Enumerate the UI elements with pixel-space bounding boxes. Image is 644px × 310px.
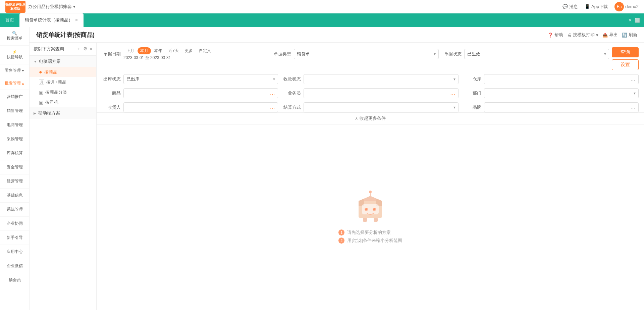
help-icon: ❓	[548, 33, 553, 38]
message-btn[interactable]: 💬 消息	[562, 4, 578, 10]
chevron-down-icon: ▾	[73, 4, 75, 9]
sidebar-item-newbie[interactable]: 新手引导	[0, 231, 29, 245]
maximize-icon[interactable]: ⬜	[635, 18, 640, 23]
date-last-month[interactable]: 上月	[123, 47, 137, 54]
svg-point-8	[373, 208, 375, 210]
scheme-item-by-goods[interactable]: ● 按商品	[30, 67, 96, 77]
sidebar-item-system[interactable]: 系统管理	[0, 203, 29, 217]
sidebar-item-wholesale[interactable]: 批发管理 ▲	[0, 77, 29, 90]
sidebar-item-enterprise[interactable]: 企业协同	[0, 217, 29, 231]
dept-input[interactable]: ▾	[484, 88, 639, 98]
export-btn[interactable]: 📤 导出	[602, 32, 618, 38]
refresh-btn[interactable]: 🔄 刷新	[622, 32, 637, 38]
scheme-item-by-month-goods[interactable]: 月 按月+商品	[30, 77, 96, 87]
filter-row-1: 单据日期 上月 本月 本年 近7天 更多 自定义	[102, 47, 639, 70]
filter-settlement: 结算方式 ▾	[282, 102, 458, 112]
chevron-down-icon: ▾	[453, 77, 455, 82]
date-more[interactable]: 更多	[182, 47, 196, 54]
doc-status-input[interactable]: 已生效 ▾	[464, 49, 609, 59]
download-icon: 📱	[585, 4, 590, 9]
tab-sales-stat[interactable]: 销货单统计表（按商品） ✕	[19, 13, 84, 27]
main-layout: 🔍 搜索菜单 ⚡ 快捷导航 零售管理 ▼ 批发管理 ▲ 营销推广 销售管理 电商…	[0, 27, 644, 310]
settlement-input[interactable]: ▾	[304, 102, 458, 112]
warehouse-label: 仓库	[463, 76, 481, 82]
collapse-panel-btn[interactable]: «	[90, 46, 92, 52]
chevron-down-icon: ▾	[453, 105, 455, 110]
sidebar-item-purchase[interactable]: 采购管理	[0, 132, 29, 146]
settings-scheme-btn[interactable]: ⚙	[83, 46, 88, 52]
page-header: 销货单统计表(按商品) ❓ 帮助 🖨 按模板打印 ▾ 📤 导出 🔄 刷新	[30, 27, 644, 43]
filter-and-result: 单据日期 上月 本月 本年 近7天 更多 自定义	[97, 43, 644, 310]
date-this-year[interactable]: 本年	[152, 47, 165, 54]
scheme-icon: ●	[39, 69, 42, 75]
chevron-down-icon: ▾	[604, 52, 606, 56]
receiver-input[interactable]: …	[123, 102, 278, 112]
brand-input[interactable]: …	[484, 102, 639, 112]
sidebar-item-quick-nav[interactable]: ⚡ 快捷导航	[0, 46, 29, 64]
query-button[interactable]: 查询	[612, 47, 639, 57]
filter-row-1-grid: 单据日期 上月 本月 本年 近7天 更多 自定义	[102, 47, 609, 61]
scheme-icon: 月	[39, 80, 44, 85]
filter-row-4: 收货人 … 结算方式 ▾	[102, 102, 639, 112]
user-profile[interactable]: Ea demo2	[614, 2, 639, 11]
date-label: 单据日期	[102, 51, 121, 57]
date-custom[interactable]: 自定义	[196, 47, 214, 54]
goods-input[interactable]: …	[123, 88, 278, 98]
scheme-group-mobile: ▶ 移动端方案	[30, 107, 96, 119]
doc-type-input[interactable]: 销货单 ▾	[294, 49, 439, 59]
warehouse-input[interactable]: …	[484, 74, 639, 84]
scheme-item-by-cashier[interactable]: ▣ 按司机	[30, 97, 96, 107]
content-wrapper: 按以下方案查询 ＋ ⚙ « ▼ 电脑端方案 ● 按商品	[30, 43, 644, 310]
sidebar-item-inventory[interactable]: 库存核算	[0, 146, 29, 160]
refresh-icon: 🔄	[622, 33, 627, 38]
settlement-label: 结算方式	[282, 104, 301, 110]
add-scheme-btn[interactable]: ＋	[76, 46, 81, 52]
page-title: 销货单统计表(按商品)	[36, 31, 95, 42]
app-download-btn[interactable]: 📱 App下载	[585, 4, 608, 10]
pay-status-input[interactable]: ▾	[304, 74, 458, 84]
sidebar-item-ecommerce[interactable]: 电商管理	[0, 118, 29, 132]
sidebar-item-operations[interactable]: 经营管理	[0, 174, 29, 189]
receiver-label: 收货人	[102, 104, 121, 110]
sidebar-item-sales[interactable]: 销售管理	[0, 104, 29, 118]
chevron-down-icon: ▼	[21, 69, 25, 72]
sidebar-item-marketing[interactable]: 营销推广	[0, 90, 29, 104]
out-status-input[interactable]: 已出库 ▾	[123, 74, 278, 84]
scheme-item-by-category[interactable]: ▣ 按商品分类	[30, 87, 96, 97]
sidebar-item-search-menu[interactable]: 🔍 搜索菜单	[0, 27, 29, 46]
scheme-group-pc-header[interactable]: ▼ 电脑端方案	[30, 56, 96, 67]
filter-receiver: 收货人 …	[102, 102, 278, 112]
sidebar-item-retail[interactable]: 零售管理 ▼	[0, 64, 29, 77]
minimize-icon[interactable]: ✕	[628, 18, 632, 23]
tabbar: 首页 销货单统计表（按商品） ✕ ✕ ⬜	[0, 13, 644, 27]
salesperson-input[interactable]: …	[304, 88, 458, 98]
nav-icon: ⚡	[3, 50, 26, 54]
date-this-month[interactable]: 本月	[138, 47, 151, 54]
date-last-7days[interactable]: 近7天	[166, 47, 181, 54]
chevron-down-icon: ▾	[434, 52, 436, 56]
date-range-value: 2023-03-01 至 2023-03-31	[123, 55, 268, 61]
sidebar-item-finance[interactable]: 资金管理	[0, 160, 29, 174]
collapse-btn[interactable]: ∧ 收起更多条件	[355, 115, 386, 121]
empty-state: 1 请先选择要分析的方案 2 用[过滤]条件来缩小分析范围	[97, 124, 644, 310]
sidebar-item-member[interactable]: 畅会员	[0, 273, 29, 287]
help-btn[interactable]: ❓ 帮助	[548, 32, 563, 38]
scheme-icon: ▣	[39, 90, 43, 95]
doc-type-label: 单据类型	[272, 51, 291, 57]
app-selector[interactable]: 办公用品行业模拟账套 ▾	[28, 4, 75, 10]
doc-status-label: 单据状态	[443, 51, 462, 57]
chevron-down-icon: ▾	[596, 33, 598, 38]
tab-close-icon[interactable]: ✕	[75, 18, 78, 22]
svg-point-10	[369, 191, 372, 193]
scheme-group-mobile-header[interactable]: ▶ 移动端方案	[30, 107, 96, 119]
page-actions: ❓ 帮助 🖨 按模板打印 ▾ 📤 导出 🔄 刷新	[548, 32, 637, 41]
empty-illustration	[350, 189, 390, 223]
tab-home[interactable]: 首页	[0, 13, 19, 27]
dept-label: 部门	[463, 90, 481, 96]
sidebar-item-apps[interactable]: 应用中心	[0, 245, 29, 259]
sidebar-item-basic[interactable]: 基础信息	[0, 189, 29, 203]
sidebar-item-wechat[interactable]: 企业微信	[0, 259, 29, 273]
template-print-btn[interactable]: 🖨 按模板打印 ▾	[567, 32, 598, 38]
setup-button[interactable]: 设置	[612, 59, 639, 70]
filter-goods: 商品 …	[102, 88, 278, 98]
